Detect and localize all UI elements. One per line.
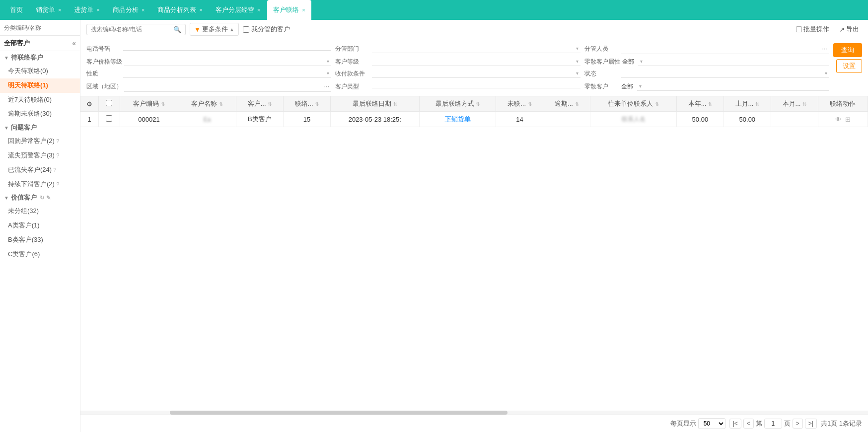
- sidebar-item-today-contact[interactable]: 今天待联络(0): [0, 64, 80, 78]
- col-code: 客户编码 ⇅: [120, 96, 178, 112]
- table-header-row: ⚙ 客户编码 ⇅ 客户名称 ⇅: [80, 96, 868, 112]
- col-this-year: 本年... ⇅: [676, 96, 723, 112]
- collapse-icon[interactable]: «: [72, 39, 76, 47]
- nav-customer-contact[interactable]: 客户联络 ×: [267, 0, 311, 20]
- col-contacts-person: 往来单位联系人 ⇅: [590, 96, 677, 112]
- action-grid-icon[interactable]: ⊞: [845, 116, 851, 123]
- filter-customer-type: 客户类型: [335, 82, 580, 91]
- filter-dept-select[interactable]: ▾: [372, 44, 580, 53]
- filter-row-2: 客户价格等级 ▾ 客户等级 ▾: [86, 57, 829, 66]
- sidebar-item-c-class[interactable]: C类客户(6): [0, 247, 80, 262]
- my-customers-checkbox-label[interactable]: 我分管的客户: [243, 25, 290, 34]
- sidebar-item-churned[interactable]: 已流失客户(24) ?: [0, 163, 80, 177]
- toolbar: 🔍 ▼ 更多条件 ▲ 我分管的客户 批量操作 ↗ 导出: [80, 20, 868, 39]
- sort-icon[interactable]: ⇅: [393, 101, 397, 107]
- my-customers-checkbox[interactable]: [243, 26, 249, 33]
- export-button[interactable]: ↗ 导出: [836, 23, 862, 35]
- sort-icon[interactable]: ⇅: [268, 101, 272, 107]
- gear-icon[interactable]: ⚙: [86, 100, 92, 108]
- filter-retail-attr-select[interactable]: ▾: [638, 57, 829, 66]
- col-last-date: 最后联络日期 ⇅: [330, 96, 419, 112]
- sidebar-item-ungrouped[interactable]: 未分组(32): [0, 204, 80, 218]
- more-filter-button[interactable]: ▼ 更多条件 ▲: [190, 23, 239, 36]
- col-contact: 联络... ⇅: [283, 96, 330, 112]
- filter-status-select[interactable]: ▾: [621, 69, 829, 78]
- sort-icon[interactable]: ⇅: [315, 101, 319, 107]
- close-icon[interactable]: ×: [58, 7, 61, 13]
- sort-icon[interactable]: ⇅: [219, 101, 223, 107]
- filter-payment-select[interactable]: ▾: [372, 69, 580, 78]
- sidebar-item-tomorrow-contact[interactable]: 明天待联络(1): [0, 78, 80, 93]
- search-box: 🔍: [86, 24, 186, 35]
- page-number-input[interactable]: [764, 419, 782, 429]
- cell-this-month: [771, 112, 818, 127]
- nav-product-analysis[interactable]: 商品分析 ×: [107, 0, 150, 20]
- filter-row-4: 区域（地区） ··· 客户类型: [86, 81, 829, 92]
- sort-icon[interactable]: ⇅: [528, 101, 532, 107]
- filter-region: 区域（地区） ···: [86, 81, 331, 92]
- dots-icon[interactable]: ···: [822, 45, 827, 52]
- all-customers-header: 全部客户 «: [0, 36, 80, 51]
- query-button[interactable]: 查询: [833, 43, 862, 57]
- sidebar-item-b-class[interactable]: B类客户(33): [0, 233, 80, 247]
- nav-product-analysis-table[interactable]: 商品分析列表 ×: [151, 0, 208, 20]
- sidebar-search-input[interactable]: [4, 24, 78, 31]
- scrollbar-thumb[interactable]: [170, 411, 507, 415]
- select-all-checkbox[interactable]: [106, 100, 112, 106]
- per-page-select[interactable]: 50 100 200: [698, 418, 725, 429]
- filter-row-1: 电话号码 分管部门 ▾: [86, 43, 829, 54]
- close-icon[interactable]: ×: [302, 7, 305, 13]
- nav-sales-order[interactable]: 销货单 ×: [30, 0, 67, 20]
- filter-manager-input[interactable]: ···: [621, 43, 829, 54]
- first-page-button[interactable]: |<: [729, 419, 741, 429]
- sort-icon[interactable]: ⇅: [655, 101, 659, 107]
- sidebar-item-declining[interactable]: 持续下滑客户(2) ?: [0, 177, 80, 192]
- footer: 每页显示 50 100 200 |< < 第 页 > >| 共1页 1条记录: [80, 415, 868, 432]
- nav-home[interactable]: 首页: [4, 0, 29, 20]
- close-icon[interactable]: ×: [96, 7, 99, 13]
- search-icon[interactable]: 🔍: [173, 26, 181, 33]
- filter-retail-customer-select[interactable]: ▾: [637, 82, 829, 91]
- cell-checkbox[interactable]: [98, 112, 120, 127]
- setting-button[interactable]: 设置: [836, 59, 862, 73]
- filter-price-level-select[interactable]: ▾: [124, 57, 331, 66]
- close-icon[interactable]: ×: [199, 7, 202, 13]
- row-checkbox[interactable]: [106, 115, 112, 122]
- sidebar-item-overdue-contact[interactable]: 逾期未联络(30): [0, 107, 80, 121]
- cell-last-method[interactable]: 下销货单: [419, 112, 496, 127]
- col-action: 联络动作: [818, 96, 868, 112]
- sort-icon[interactable]: ⇅: [575, 101, 579, 107]
- action-eye-icon[interactable]: 👁: [835, 116, 842, 123]
- sort-icon[interactable]: ⇅: [708, 101, 712, 107]
- last-page-button[interactable]: >|: [805, 419, 817, 429]
- sidebar-item-a-class[interactable]: A类客户(1): [0, 218, 80, 233]
- col-checkbox[interactable]: [98, 96, 120, 112]
- col-last-method: 最后联络方式 ⇅: [419, 96, 496, 112]
- sort-icon[interactable]: ⇅: [802, 101, 806, 107]
- col-gear[interactable]: ⚙: [80, 96, 98, 112]
- sort-icon[interactable]: ⇅: [755, 101, 759, 107]
- batch-operation-button[interactable]: 批量操作: [793, 23, 832, 35]
- filter-nature-select[interactable]: ▾: [123, 69, 331, 78]
- close-icon[interactable]: ×: [142, 7, 145, 13]
- sidebar-item-repurchase-abnormal[interactable]: 回购异常客户(2) ?: [0, 134, 80, 148]
- filter-region-input[interactable]: ···: [124, 81, 331, 92]
- dots-icon[interactable]: ···: [324, 82, 329, 90]
- sort-icon[interactable]: ⇅: [476, 101, 480, 107]
- sidebar-item-churn-warning[interactable]: 流失预警客户(3) ?: [0, 148, 80, 163]
- cell-action: 👁 ⊞: [818, 112, 868, 127]
- horizontal-scrollbar[interactable]: [80, 411, 868, 415]
- filter-customer-level-select[interactable]: ▾: [372, 57, 580, 66]
- nav-customer-tier[interactable]: 客户分层经营 ×: [210, 0, 266, 20]
- sort-icon[interactable]: ⇅: [161, 101, 165, 107]
- search-input[interactable]: [91, 26, 171, 33]
- table-area: ⚙ 客户编码 ⇅ 客户名称 ⇅: [80, 96, 868, 411]
- cell-index: 1: [80, 112, 98, 127]
- prev-page-button[interactable]: <: [743, 419, 754, 429]
- close-icon[interactable]: ×: [257, 7, 260, 13]
- filter-customer-type-select[interactable]: [372, 85, 580, 88]
- sidebar-item-7day-contact[interactable]: 近7天待联络(0): [0, 93, 80, 107]
- nav-purchase-order[interactable]: 进货单 ×: [68, 0, 105, 20]
- filter-phone-input[interactable]: [123, 47, 331, 51]
- next-page-button[interactable]: >: [793, 419, 803, 429]
